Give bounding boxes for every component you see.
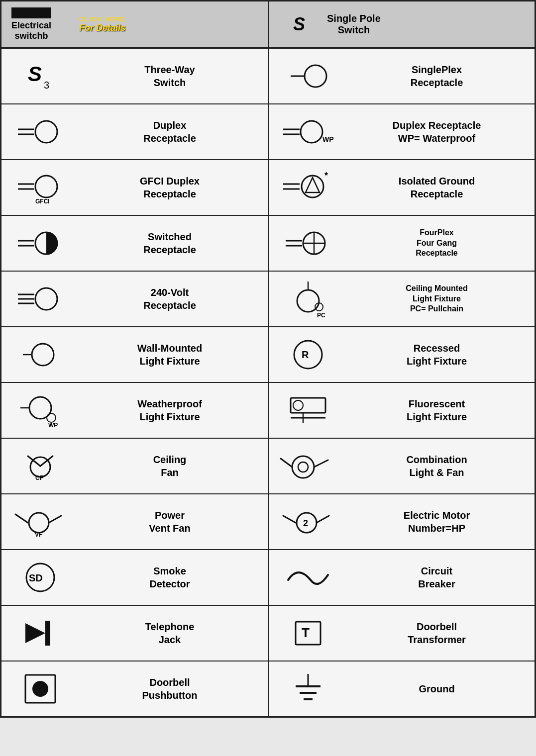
electrical-switchboard-icon <box>11 7 51 18</box>
svg-text:R: R <box>302 349 309 360</box>
label-weatherproof: WeatherproofLight Fixture <box>75 397 264 423</box>
cell-isolated-ground: * Isolated GroundReceptacle <box>269 160 535 215</box>
symbol-ceiling-fan: CF <box>5 446 75 486</box>
label-circuit-breaker: CircuitBreaker <box>343 565 531 590</box>
svg-point-71 <box>32 681 48 697</box>
symbol-duplex-wp: WP <box>273 114 343 149</box>
svg-text:WP: WP <box>322 135 334 143</box>
row-duplex: DuplexReceptacle WP Duplex ReceptacleWP=… <box>1 104 535 160</box>
cell-duplex-receptacle: DuplexReceptacle <box>1 104 269 159</box>
svg-point-6 <box>35 121 57 143</box>
symbol-combo-light-fan <box>273 446 343 486</box>
cell-power-vent: VF PowerVent Fan <box>1 494 269 549</box>
row-wall-mounted: Wall-MountedLight Fixture R RecessedLigh… <box>1 327 535 383</box>
svg-point-42 <box>47 413 56 422</box>
label-telephone-jack: TelephoneJack <box>75 620 264 646</box>
cell-fluorescent: FluorescentLight Fixture <box>269 383 535 438</box>
svg-point-53 <box>292 456 314 478</box>
cell-duplex-wp: WP Duplex ReceptacleWP= Waterproof <box>269 104 535 159</box>
symbol-circuit-breaker <box>273 560 343 595</box>
svg-point-3 <box>305 65 326 87</box>
header-right-text: Single PoleSwitch <box>327 13 381 36</box>
svg-text:*: * <box>324 171 328 181</box>
row-weatherproof: WP WeatherproofLight Fixture Fluorescent… <box>1 383 535 439</box>
svg-text:S: S <box>28 62 42 86</box>
symbol-power-vent: VF <box>5 502 75 542</box>
svg-point-54 <box>298 462 308 472</box>
svg-line-52 <box>281 459 292 467</box>
header-right: S Single PoleSwitch <box>269 1 535 47</box>
svg-text:CF: CF <box>35 474 43 481</box>
label-240volt: 240-VoltReceptacle <box>75 286 264 312</box>
label-three-way-switch: Three-WaySwitch <box>75 63 264 89</box>
svg-text:T: T <box>302 625 310 640</box>
symbol-electric-motor: 2 <box>273 502 343 542</box>
cell-gfci: GFCI GFCI DuplexReceptacle <box>1 160 269 215</box>
svg-marker-66 <box>25 623 45 643</box>
label-fourplex: FourPlexFour GangReceptacle <box>343 228 531 259</box>
cell-telephone-jack: TelephoneJack <box>1 606 269 661</box>
symbol-three-way-switch: S 3 <box>5 59 75 94</box>
label-ground: Ground <box>343 682 531 695</box>
svg-line-58 <box>49 516 61 523</box>
label-isolated-ground: Isolated GroundReceptacle <box>343 175 531 200</box>
row-ceiling-fan: CF CeilingFan CombinationLight & Fan <box>1 439 535 494</box>
symbol-singleplex-receptacle <box>273 59 343 94</box>
svg-text:VF: VF <box>35 531 42 538</box>
cell-smoke: SD SmokeDetector <box>1 550 269 605</box>
symbol-fourplex <box>273 226 343 261</box>
label-electric-motor: Electric MotorNumber=HP <box>343 509 531 535</box>
label-doorbell-transformer: DoorbellTransformer <box>343 620 531 646</box>
cell-singleplex-receptacle: SinglePlexReceptacle <box>269 49 535 103</box>
cell-switched: SwitchedReceptacle <box>1 216 269 271</box>
symbol-duplex-receptacle <box>5 114 75 149</box>
cell-ground: Ground <box>269 662 535 716</box>
header-row: Electricalswitchb CLICK HERE For Details… <box>1 1 535 49</box>
electrical-symbols-table: Electricalswitchb CLICK HERE For Details… <box>0 0 536 718</box>
svg-point-50 <box>30 457 50 477</box>
label-power-vent: PowerVent Fan <box>75 509 264 535</box>
label-ceiling-fan: CeilingFan <box>75 453 264 479</box>
svg-rect-44 <box>291 398 325 413</box>
label-recessed: RecessedLight Fixture <box>343 342 531 368</box>
svg-point-9 <box>301 121 322 143</box>
cell-doorbell-pushbutton: DoorbellPushbutton <box>1 662 269 716</box>
label-gfci: GFCI DuplexReceptacle <box>75 175 264 200</box>
cell-fourplex: FourPlexFour GangReceptacle <box>269 216 535 271</box>
symbol-telephone-jack <box>5 616 75 651</box>
symbol-ceiling-mounted: PC <box>273 279 343 319</box>
label-combo-light-fan: CombinationLight & Fan <box>343 453 531 479</box>
svg-text:SD: SD <box>29 572 43 583</box>
cell-ceiling-fan: CF CeilingFan <box>1 439 269 493</box>
svg-point-57 <box>29 513 49 533</box>
svg-text:GFCI: GFCI <box>35 198 50 205</box>
symbol-isolated-ground: * <box>273 168 343 207</box>
cell-doorbell-transformer: T DoorbellTransformer <box>269 606 535 661</box>
cell-240volt: 240-VoltReceptacle <box>1 272 269 326</box>
header-left-text: Electricalswitchb <box>11 20 51 41</box>
single-pole-switch-icon: S <box>293 14 305 35</box>
svg-point-31 <box>35 288 57 310</box>
svg-text:3: 3 <box>44 80 49 91</box>
svg-point-13 <box>35 176 57 197</box>
svg-text:2: 2 <box>303 518 308 528</box>
row-power-vent: VF PowerVent Fan 2 Electric MotorNumber=… <box>1 494 535 550</box>
symbol-ground <box>273 669 343 709</box>
header-left[interactable]: Electricalswitchb CLICK HERE For Details <box>1 1 269 47</box>
svg-line-56 <box>15 514 28 523</box>
svg-text:WP: WP <box>48 422 58 429</box>
symbol-weatherproof: WP <box>5 390 75 430</box>
label-singleplex-receptacle: SinglePlexReceptacle <box>343 63 531 89</box>
row-telephone: TelephoneJack T DoorbellTransformer <box>1 606 535 662</box>
row-three-way-switch: S 3 Three-WaySwitch SinglePlexReceptacle <box>1 49 535 104</box>
cell-circuit-breaker: CircuitBreaker <box>269 550 535 605</box>
svg-line-55 <box>314 460 328 467</box>
symbol-gfci: GFCI <box>5 168 75 207</box>
click-here-small-label: CLICK HERE <box>79 16 125 23</box>
cell-ceiling-mounted: PC Ceiling MountedLight FixturePC= Pullc… <box>269 272 535 326</box>
svg-line-63 <box>317 516 329 523</box>
row-240volt: 240-VoltReceptacle PC Ceiling MountedLig… <box>1 272 535 327</box>
symbol-fluorescent <box>273 390 343 430</box>
cell-combo-light-fan: CombinationLight & Fan <box>269 439 535 493</box>
cell-wall-mounted: Wall-MountedLight Fixture <box>1 327 269 382</box>
